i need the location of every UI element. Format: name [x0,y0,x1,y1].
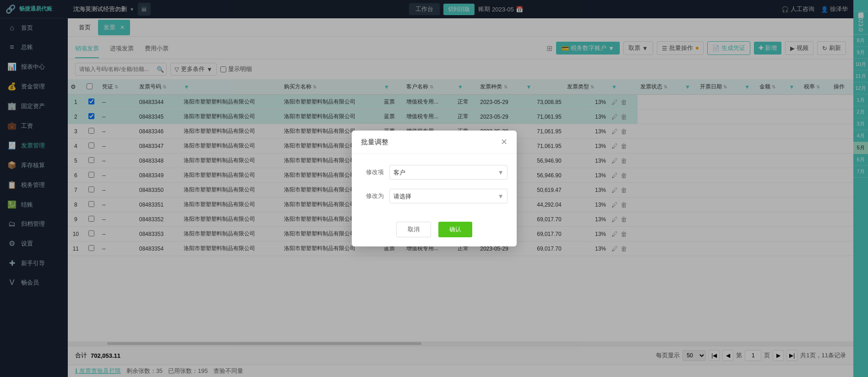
change-label: 修改为 [361,192,384,200]
batch-adjust-modal: 批量调整 ✕ 修改项 客户 ▼ 修改为 请选择 ▼ [352,131,517,246]
modal-field-item: 修改项 客户 ▼ [361,165,508,180]
modal-overlay: 批量调整 ✕ 修改项 客户 ▼ 修改为 请选择 ▼ [0,0,868,377]
field-select[interactable]: 客户 [389,165,508,180]
modal-field-value: 修改为 请选择 ▼ [361,189,508,203]
modal-header: 批量调整 ✕ [352,131,517,154]
change-select[interactable]: 请选择 [389,189,508,203]
field-select-wrap: 客户 ▼ [389,165,508,180]
modal-close-btn[interactable]: ✕ [501,137,508,147]
modal-body: 修改项 客户 ▼ 修改为 请选择 ▼ [352,154,517,214]
change-select-wrap: 请选择 ▼ [389,189,508,203]
modal-title: 批量调整 [361,138,388,147]
field-label: 修改项 [361,168,384,176]
confirm-btn[interactable]: 确认 [438,222,472,237]
cancel-btn[interactable]: 取消 [396,222,431,237]
modal-footer: 取消 确认 [352,214,517,246]
